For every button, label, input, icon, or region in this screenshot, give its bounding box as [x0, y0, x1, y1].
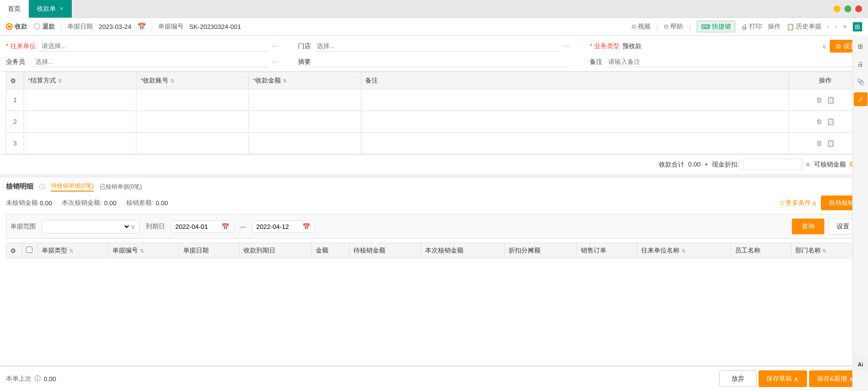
col-due-date: 收款到期日 — [240, 243, 312, 258]
from-date-input[interactable] — [175, 223, 219, 230]
store-field: 门店 ··· — [298, 41, 570, 52]
col-action: 操作 — [789, 72, 862, 89]
pending-tab[interactable]: 待核销单据(0笔) — [51, 182, 94, 192]
counterpart-input[interactable] — [39, 41, 269, 52]
calendar-icon[interactable]: 📅 — [137, 23, 146, 30]
number-label: 单据编号 — [158, 22, 184, 31]
remark-input[interactable] — [605, 56, 862, 67]
calendar-from-icon[interactable]: 📅 — [221, 223, 229, 230]
from-date-picker[interactable]: 📅 — [171, 221, 234, 233]
col-discount: 折扣分摊额 — [505, 243, 577, 258]
radio-receipt[interactable]: 收款 — [6, 22, 27, 31]
history-icon: 📋 — [787, 23, 794, 30]
range-select-wrapper[interactable]: ∨ — [42, 220, 140, 233]
col-amount: 金额 — [311, 243, 349, 258]
current-stat: 本次核销金额: 0.00 — [62, 198, 116, 207]
available-label: 可核销金额 — [814, 160, 846, 169]
tab-home[interactable]: 首页 — [0, 0, 29, 18]
business-type-value: 预收款 — [623, 42, 642, 51]
shortcut-btn[interactable]: ⌨ 快捷键 — [697, 21, 735, 32]
tab-receipt[interactable]: 收款单 × — [29, 0, 72, 18]
video-icon: ⊙ — [631, 23, 636, 30]
abandon-btn[interactable]: 放弃 — [719, 370, 757, 387]
window-max-btn[interactable] — [844, 5, 851, 12]
query-btn[interactable]: 查询 — [792, 219, 824, 234]
diff-stat: 核销差额: 0.00 — [126, 198, 168, 207]
counterpart-more-icon[interactable]: ··· — [271, 42, 278, 51]
more-conditions-btn[interactable]: ▽ 更多条件 ∧ — [780, 198, 817, 207]
gear-icon: ⚙ — [836, 43, 841, 50]
video-btn[interactable]: ⊙ 视频 — [631, 22, 651, 31]
done-tab[interactable]: 已核销单据(0笔) — [100, 183, 142, 191]
staff-input[interactable] — [32, 56, 269, 67]
col-counterpart[interactable]: 往来单位名称 ⇅ — [637, 243, 731, 258]
business-type-chevron[interactable]: ∨ — [822, 43, 827, 50]
select-all-checkbox[interactable] — [26, 247, 32, 253]
help-btn[interactable]: ⊙ 帮助 — [664, 22, 683, 31]
save-draft-btn[interactable]: 保存草稿 ∧ — [759, 370, 807, 387]
grid-view-btn[interactable]: ⊞ — [853, 22, 862, 31]
calendar-to-icon[interactable]: 📅 — [302, 223, 310, 230]
row-copy-btn[interactable]: 📋 — [827, 96, 835, 104]
history-btn[interactable]: 📋 历史单据 — [787, 22, 821, 31]
keyboard-icon: ⌨ — [701, 23, 710, 30]
to-date-picker[interactable]: 📅 — [252, 221, 315, 233]
store-more-icon[interactable]: ··· — [564, 42, 570, 51]
btable-gear[interactable]: ⚙ — [6, 243, 22, 258]
discount-label: 现金折扣: — [712, 160, 739, 169]
prev-value: 0.00 — [44, 375, 56, 383]
col-settle-method[interactable]: *结算方式 ⇅ — [24, 72, 136, 89]
due-date-label: 到期日 — [146, 222, 165, 231]
writeoff-title: 核销明细 — [6, 182, 33, 191]
list-view-btn[interactable]: ≡ — [843, 23, 847, 30]
discount-input[interactable] — [743, 159, 802, 170]
window-close-btn[interactable] — [855, 5, 862, 12]
col-number[interactable]: 单据编号 ⇅ — [108, 243, 179, 258]
sidebar-attach-icon-btn[interactable]: 📎 — [854, 75, 868, 88]
col-account[interactable]: *收款账号 ⇅ — [136, 72, 248, 89]
row-delete-btn[interactable]: 🗑 — [816, 118, 822, 125]
tab-close-icon[interactable]: × — [60, 5, 63, 12]
col-date: 单据日期 — [179, 243, 240, 258]
table-gear-header[interactable]: ⚙ — [6, 72, 24, 89]
to-date-input[interactable] — [256, 223, 300, 230]
save-draft-chevron-icon: ∧ — [794, 375, 799, 383]
col-dept[interactable]: 部门名称 ⇅ — [791, 243, 862, 258]
col-type[interactable]: 单据类型 ⇅ — [38, 243, 108, 258]
row-copy-btn[interactable]: 📋 — [827, 140, 835, 147]
window-min-btn[interactable] — [834, 5, 841, 12]
equals-sign: = — [806, 161, 810, 168]
business-type-field: * 业务类型 预收款 ∨ ⚙ 设置 — [590, 40, 862, 53]
row-copy-btn[interactable]: 📋 — [827, 118, 835, 125]
total-value: 0.00 — [688, 161, 701, 168]
range-label: 单据范围 — [10, 222, 36, 231]
row-delete-btn[interactable]: 🗑 — [816, 140, 822, 147]
col-remark: 备注 — [361, 72, 789, 89]
print-btn[interactable]: 🖨 打印 — [741, 22, 762, 31]
radio-refund[interactable]: 退款 — [33, 22, 55, 31]
date-label: 单据日期 — [67, 22, 93, 31]
chevron-up-icon: ∧ — [812, 199, 817, 207]
summary-field: 摘要 — [298, 56, 570, 67]
col-sales-order: 销售订单 — [576, 243, 637, 258]
next-btn[interactable]: › — [835, 23, 837, 30]
summary-input[interactable] — [314, 56, 570, 67]
prev-info: 本单上次 ⓘ 0.00 — [6, 374, 56, 383]
btable-checkbox[interactable] — [22, 243, 38, 258]
counterpart-label: * 往来单位 — [6, 42, 36, 51]
staff-field: 业务员 ··· — [6, 56, 278, 67]
sidebar-print-icon-btn[interactable]: 🖨 — [854, 57, 868, 71]
sidebar-expand-icon-btn[interactable]: ⤢ — [854, 92, 868, 106]
col-amount[interactable]: *收款金额 ⇅ — [248, 72, 361, 89]
staff-more-icon[interactable]: ··· — [271, 57, 278, 66]
number-value: SK-20230324-001 — [190, 23, 242, 30]
prev-btn[interactable]: ‹ — [827, 23, 829, 30]
row-delete-btn[interactable]: 🗑 — [816, 96, 822, 104]
ai-badge[interactable]: Ai — [854, 358, 868, 371]
operation-btn[interactable]: 操作 — [768, 22, 781, 31]
date-range-dash: — — [240, 223, 246, 230]
remark-field: 备注 — [590, 56, 862, 67]
sidebar-table-icon-btn[interactable]: ⊞ — [854, 39, 868, 53]
store-input[interactable] — [314, 41, 561, 52]
range-select[interactable] — [46, 223, 131, 231]
